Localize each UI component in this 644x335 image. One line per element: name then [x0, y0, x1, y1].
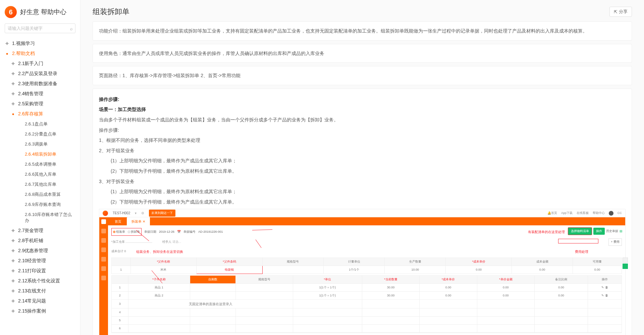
leaf-2-6-5[interactable]: 2.6.5成本调整单: [17, 159, 75, 169]
ss-gear-icon: ⚙: [141, 210, 144, 216]
ss-annot3: 费用处理: [575, 248, 588, 255]
plus-icon: ✚: [11, 92, 15, 96]
nav-2-1[interactable]: ✚2.1新手入门: [11, 59, 75, 69]
ss-sidebar: [99, 217, 108, 335]
plus-icon: ✚: [11, 71, 15, 76]
ss-parent-table: *父件名称*父件条码规格型号计量单位生产数量*成本单价成本金额可用量 1米米电饭…: [111, 258, 622, 274]
ss-tab-doc: 拆装单 ✕: [127, 217, 150, 226]
plus-icon: ✚: [11, 259, 15, 263]
nav-2-3[interactable]: ✚2.3使用前数据准备: [11, 79, 75, 89]
nav-2-11[interactable]: ✚2.11打印设置: [11, 266, 75, 276]
leaf-2-6-9[interactable]: 2.6.9库存账本查询: [17, 200, 75, 210]
leaf-2-6-6[interactable]: 2.6.6其他入库单: [17, 169, 75, 179]
ss-fee-warehouse: [558, 239, 598, 243]
ss-tabs: 首页 拆装单 ✕: [108, 217, 625, 225]
nav-2-14[interactable]: ✚2.14常见问题: [11, 296, 75, 306]
leaf-2-6-10[interactable]: 2.6.10库存账本错了怎么办: [17, 210, 75, 226]
nav-2-2[interactable]: ✚2.2产品安装及登录: [11, 69, 75, 79]
leaf-2-6-7[interactable]: 2.6.7其他出库单: [17, 179, 75, 189]
roles-panel: 使用角色：通常由生产人员或库管人员完成拆装业务的操作，库管人员确认原材料的出库和…: [93, 44, 632, 63]
ss-side-icon: [101, 238, 106, 243]
leaf-2-6-8[interactable]: 2.6.8商品成本重算: [17, 189, 75, 200]
plus-icon: ✚: [11, 102, 15, 106]
main-content: 组装拆卸单 ⇱分享 功能介绍：组装拆卸单用来处理企业组装或拆卸等加工业务，支持有…: [80, 0, 644, 335]
tool-icon: [623, 258, 628, 263]
ss-cal-icon: 📅: [177, 229, 181, 235]
ss-side-icon: [101, 219, 106, 224]
ss-date-val: 2019-12-26: [159, 229, 174, 235]
leaf-2-6-4[interactable]: 2.6.4组装拆卸单: [17, 149, 75, 159]
sidebar: 6 好生意 帮助中心 ⌕ ✚1.视频学习 ●2.帮助文档 ✚2.1新手入门 ✚2…: [0, 0, 80, 335]
nav-video[interactable]: ✚1.视频学习: [5, 39, 75, 49]
logo-icon: 6: [5, 6, 17, 18]
ops-label: 操作步骤:: [99, 126, 626, 135]
search-icon[interactable]: ⌕: [70, 26, 73, 31]
ss-app: App下载: [561, 210, 573, 216]
ss-topbar: TEST-H002 ▾ ⚙ 距离到期还一下 🔔首页 App下载 在线客服 帮助中…: [99, 209, 625, 217]
step-3-1: (1）上部明细为父件明细，最终作为原材料生成其它出库单；: [99, 187, 626, 196]
nav-2-10[interactable]: ✚2.10经营管理: [11, 256, 75, 266]
ss-caret-icon: ▾: [135, 210, 137, 216]
ss-tab-home: 首页: [110, 217, 126, 226]
nav-2-8[interactable]: ✚2.8手机旺铺: [11, 236, 75, 246]
share-icon: ⇱: [614, 9, 618, 14]
ss-side-icon: [101, 266, 106, 271]
plus-icon: ✚: [11, 61, 15, 66]
nav-2-7[interactable]: ✚2.7资金管理: [11, 226, 75, 236]
search-input[interactable]: [5, 23, 75, 33]
ss-user: CC: [618, 210, 622, 216]
nav-2-12[interactable]: ✚2.12系统个性化设置: [11, 276, 75, 286]
nav-2-6[interactable]: ●2.6库存核算: [11, 109, 75, 119]
ss-num-label: 单据编号: [183, 229, 196, 235]
step-2-1: (1）上部明细为父件明细，最终作为产成品生成其它入库单；: [99, 156, 626, 165]
steps-panel: 操作步骤: 场景一：加工类型选择 当由多个子件材料组装成一个成品的业务为【组装】…: [93, 89, 632, 335]
ss-help: 帮助中心: [593, 210, 605, 216]
ss-annot2: 组装业务、拆卸业务在这里切换: [136, 248, 183, 255]
ss-side-icon: [101, 247, 106, 252]
steps-title: 操作步骤:: [99, 97, 119, 102]
plus-icon: ✚: [11, 299, 15, 303]
plus-icon: ✚: [11, 228, 15, 233]
nav-2-4[interactable]: ✚2.4销售管理: [11, 89, 75, 99]
ss-radio-assemble: 组装单: [113, 229, 125, 235]
ss-msg-icon: 🔔首页: [547, 210, 557, 216]
plus-icon: ✚: [11, 81, 15, 86]
ss-account: TEST-H002: [113, 210, 130, 216]
ss-fee-btn: + 费用: [608, 238, 622, 245]
ss-date-label: 单据日期: [144, 229, 156, 235]
ss-annot4: 无固定清单的直接在这里录入: [128, 299, 293, 308]
ss-trial-btn: 距离到期还一下: [149, 210, 175, 217]
ss-type-radio: 组装单 拆卸单: [111, 228, 142, 236]
ss-side-icon: [101, 276, 106, 280]
plus-icon: ✚: [5, 41, 9, 46]
ss-bom-btn: 选择物料清单: [568, 227, 592, 235]
nav-2-9[interactable]: ✚2.9优惠券管理: [11, 246, 75, 256]
leaf-2-6-1[interactable]: 2.6.1盘点单: [17, 119, 75, 129]
brand-text: 好生意 帮助中心: [20, 8, 66, 16]
page-header: 组装拆卸单 ⇱分享: [93, 7, 632, 17]
share-button[interactable]: ⇱分享: [609, 7, 632, 17]
scene1-title: 场景一：加工类型选择: [99, 107, 146, 112]
nav-2-5[interactable]: ✚2.5采购管理: [11, 99, 75, 109]
step-2-2: (2）下部明细为子件明细，最终作为原材料生成其它出库单。: [99, 167, 626, 176]
nav-docs[interactable]: ●2.帮助文档: [5, 49, 75, 59]
nav-2-15[interactable]: ✚2.15操作案例: [11, 306, 75, 316]
ss-footer: 80.00 0.00 0.00 0.00: [111, 333, 622, 335]
ss-logo-icon: [103, 211, 108, 216]
ss-side-tools: [623, 258, 628, 269]
ss-service: 在线客服: [577, 210, 589, 216]
nav-2-13[interactable]: ✚2.13在线支付: [11, 286, 75, 296]
scene1-desc: 当由多个子件材料组装成一个成品的业务为【组装】业务，当由一个父件拆分成多个子产品…: [99, 115, 626, 124]
plus-icon: ✚: [11, 309, 15, 314]
leaf-2-6-3[interactable]: 2.6.3调拨单: [17, 139, 75, 149]
tool-icon: [623, 264, 628, 269]
step-1: 1、根据不同的业务，选择不同单据的类型来处理: [99, 136, 626, 145]
minus-icon: ●: [11, 112, 15, 116]
plus-icon: ✚: [11, 238, 15, 243]
plus-icon: ✚: [11, 269, 15, 273]
step-3-2: (2）下部明细为子件明细，最终作为产成品生成其它入库单。: [99, 198, 626, 207]
ss-history: 历史单据: [606, 228, 618, 234]
ss-avatar-icon: [609, 211, 613, 216]
leaf-2-6-2[interactable]: 2.6.2分量盘点单: [17, 129, 75, 139]
step-3: 3、对于拆装业务: [99, 177, 626, 186]
